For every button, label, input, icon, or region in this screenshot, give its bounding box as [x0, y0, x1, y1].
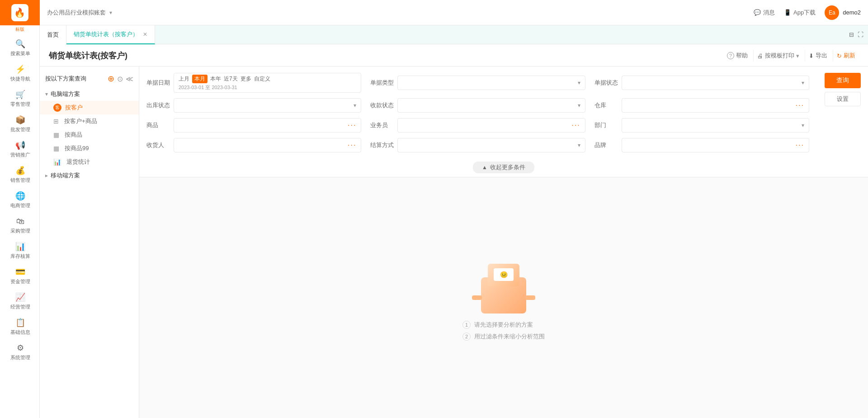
empty-arm-right [525, 295, 535, 300]
hint-2-num: 2 [462, 332, 471, 341]
tree-item-return-stats[interactable]: 📊 退货统计 [40, 155, 139, 169]
tree-item-by-customer[interactable]: 客 按客户 [40, 101, 139, 114]
sidebar-item-search[interactable]: 🔍 搜索菜单 [0, 35, 40, 61]
inventory-icon: 📊 [15, 242, 25, 252]
date-tab-current-year[interactable]: 本年 [210, 75, 221, 83]
warehouse-dots: ··· [796, 101, 804, 109]
sidebar-item-system[interactable]: ⚙ 系统管理 [0, 339, 40, 365]
sidebar-item-label: 快捷导航 [10, 76, 30, 82]
salesperson-dots: ··· [571, 121, 580, 129]
tab-report[interactable]: 销货单统计表（按客户） ✕ [66, 25, 155, 44]
date-tab-last-month[interactable]: 上月 [179, 75, 189, 83]
order-status-arrow: ▾ [802, 80, 804, 86]
tree-item-by-customer-product[interactable]: ⊞ 按客户+商品 [40, 114, 139, 128]
brand-ctrl[interactable]: ··· [622, 138, 809, 152]
operations-icon: 📈 [15, 292, 25, 302]
sidebar-item-label: 销售管理 [10, 177, 30, 184]
data-area: 😐 1 请先选择要分析的方案 [139, 177, 868, 418]
out-status-ctrl[interactable]: ▾ [174, 98, 361, 113]
export-button[interactable]: ⬇ 导出 [805, 50, 831, 62]
tab-minimize-icon[interactable]: ⊟ [849, 31, 854, 38]
sidebar-item-wholesale[interactable]: 📦 批发管理 [0, 111, 40, 137]
payment-status-arrow: ▾ [578, 102, 580, 109]
user-avatar[interactable]: Ea [825, 5, 839, 20]
receiver-ctrl[interactable]: ··· [174, 138, 361, 152]
date-tab-more[interactable]: 更多 [241, 75, 251, 83]
receiver-dots: ··· [348, 141, 356, 149]
date-tab-current-month[interactable]: 本月 [192, 75, 208, 83]
date-tab-7days[interactable]: 近7天 [224, 75, 238, 83]
logo: 🔥 [0, 0, 40, 25]
by-product99-label: 按商品99 [65, 144, 89, 152]
sidebar-item-sales[interactable]: 💰 销售管理 [0, 162, 40, 187]
sidebar-item-finance[interactable]: 💳 资金管理 [0, 263, 40, 289]
tree-group-mobile: ▸ 移动端方案 [40, 169, 139, 182]
sidebar-item-label: 系统管理 [10, 354, 30, 361]
order-type-ctrl[interactable]: ▾ [397, 76, 585, 90]
header-dropdown-icon[interactable]: ▾ [109, 10, 112, 16]
salesperson-ctrl[interactable]: ··· [397, 118, 585, 133]
content-body: 按以下方案查询 ⊕ ⊙ ≪ ▾ 电脑端方案 客 [40, 66, 868, 418]
add-scheme-button[interactable]: ⊕ [108, 74, 114, 84]
payment-status-ctrl[interactable]: ▾ [397, 98, 585, 113]
sidebar-item-retail[interactable]: 🛒 零售管理 [0, 86, 40, 111]
desktop-toggle-icon: ▾ [45, 91, 48, 97]
collapse-panel-button[interactable]: ≪ [126, 75, 133, 83]
search-icon: 🔍 [15, 39, 25, 49]
salesperson-label: 业务员 [370, 121, 394, 129]
sidebar-item-purchase[interactable]: 🛍 采购管理 [0, 213, 40, 238]
warehouse-ctrl[interactable]: ··· [622, 98, 809, 113]
order-status-ctrl[interactable]: ▾ [622, 76, 809, 90]
settlement-label: 结算方式 [370, 141, 394, 149]
sidebar-item-ecommerce[interactable]: 🌐 电商管理 [0, 187, 40, 213]
header-right: 💬 消息 📱 App下载 Ea demo2 [754, 5, 861, 20]
refresh-button[interactable]: ↻ 刷新 [833, 50, 859, 62]
help-icon: ? [727, 52, 734, 59]
retail-icon: 🛒 [15, 90, 25, 100]
tab-expand: ⊟ ⛶ [844, 31, 868, 38]
order-date-label: 单据日期 [146, 79, 170, 87]
sidebar-item-operations[interactable]: 📈 经营管理 [0, 289, 40, 314]
sidebar-item-inventory[interactable]: 📊 库存核算 [0, 238, 40, 263]
query-button[interactable]: 查询 [825, 73, 861, 88]
purchase-icon: 🛍 [16, 217, 24, 226]
date-tab-custom[interactable]: 自定义 [254, 75, 270, 83]
message-nav[interactable]: 💬 消息 [754, 9, 775, 17]
tree-group-mobile-header[interactable]: ▸ 移动端方案 [40, 169, 139, 182]
product-ctrl[interactable]: ··· [174, 118, 361, 133]
filter-row-1: 单据日期 上月 本月 本年 近7天 更多 自定义 20 [146, 73, 809, 93]
by-customer-product-label: 按客户+商品 [64, 117, 97, 125]
tab-fullscreen-icon[interactable]: ⛶ [858, 31, 863, 38]
marketing-icon: 📢 [15, 140, 25, 150]
department-arrow: ▾ [802, 122, 804, 128]
tree-item-by-product99[interactable]: ▦ 按商品99 [40, 142, 139, 155]
sidebar-item-shortcut[interactable]: ⚡ 快捷导航 [0, 61, 40, 86]
settlement-ctrl[interactable]: ▾ [397, 138, 585, 152]
tree-group-desktop-header[interactable]: ▾ 电脑端方案 [40, 87, 139, 101]
collapse-button[interactable]: ▲ 收起更多条件 [473, 162, 534, 173]
tree-item-by-product[interactable]: ▦ 按商品 [40, 128, 139, 142]
export-label: 导出 [816, 52, 827, 60]
print-button[interactable]: 🖨 按模板打印 ▾ [753, 50, 803, 62]
empty-face-icon: 😐 [500, 271, 508, 278]
tab-home[interactable]: 首页 [40, 25, 66, 44]
collapse-section: ▲ 收起更多条件 [139, 158, 868, 177]
tab-close-icon[interactable]: ✕ [143, 31, 147, 38]
customer-product-icon: ⊞ [53, 118, 59, 125]
department-label: 部门 [594, 121, 618, 129]
app-download-nav[interactable]: 📱 App下载 [784, 9, 816, 17]
settings-button[interactable]: 设置 [825, 92, 861, 106]
help-button[interactable]: ? 帮助 [723, 50, 751, 62]
date-range-value: 2023-03-01 至 2023-03-31 [179, 84, 356, 91]
edit-scheme-button[interactable]: ⊙ [117, 75, 123, 83]
order-date-ctrl[interactable]: 上月 本月 本年 近7天 更多 自定义 2023-03-01 至 2023-03… [174, 73, 361, 93]
brand-filter: 品牌 ··· [594, 138, 809, 152]
by-product-label: 按商品 [65, 131, 82, 139]
department-ctrl[interactable]: ▾ [622, 118, 809, 133]
left-panel-header: 按以下方案查询 ⊕ ⊙ ≪ [40, 72, 139, 87]
print-dropdown-icon[interactable]: ▾ [796, 52, 799, 59]
product-icon: ▦ [53, 131, 59, 138]
sidebar-item-basic[interactable]: 📋 基础信息 [0, 314, 40, 339]
sidebar-item-label: 采购管理 [10, 228, 30, 234]
sidebar-item-marketing[interactable]: 📢 营销推广 [0, 137, 40, 162]
